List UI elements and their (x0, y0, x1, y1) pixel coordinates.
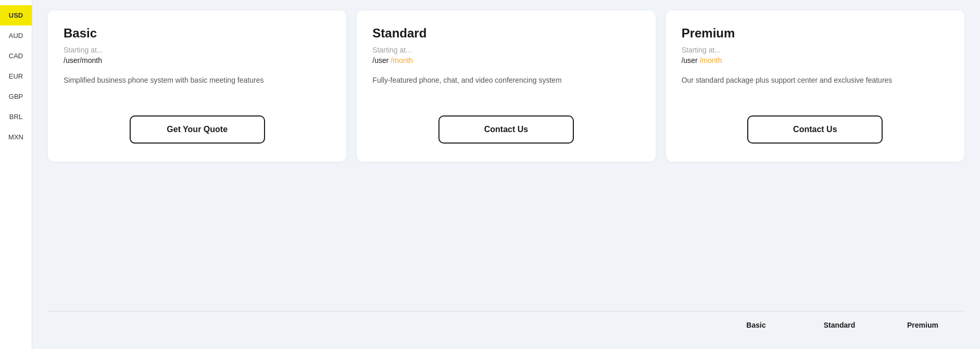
basic-plan-title: Basic (64, 26, 331, 41)
sidebar-item-mxn[interactable]: MXN (0, 127, 32, 147)
pricing-cards: Basic Starting at... /user/month Simplif… (48, 10, 964, 162)
standard-price-prefix: /user (372, 56, 391, 64)
premium-price-highlight: /month (700, 56, 722, 64)
basic-starting-label: Starting at... (64, 46, 331, 54)
bottom-col-standard: Standard (798, 317, 881, 333)
standard-price-highlight: /month (391, 56, 413, 64)
basic-get-quote-button[interactable]: Get Your Quote (130, 115, 265, 144)
standard-plan-card: Standard Starting at... /user /month Ful… (357, 10, 655, 162)
sidebar-item-cad[interactable]: CAD (0, 46, 32, 66)
premium-plan-title: Premium (682, 26, 949, 41)
basic-plan-card: Basic Starting at... /user/month Simplif… (48, 10, 346, 162)
currency-sidebar: USD AUD CAD EUR GBP BRL MXN (0, 0, 32, 349)
bottom-table-header: Basic Standard Premium (48, 311, 964, 339)
standard-price: /user /month (372, 56, 639, 64)
sidebar-item-usd[interactable]: USD (0, 5, 32, 25)
basic-price: /user/month (64, 56, 331, 64)
premium-starting-label: Starting at... (682, 46, 949, 54)
bottom-col-premium: Premium (881, 317, 964, 333)
standard-contact-button[interactable]: Contact Us (438, 115, 574, 144)
premium-description: Our standard package plus support center… (682, 75, 949, 101)
premium-price-prefix: /user (682, 56, 700, 64)
sidebar-item-eur[interactable]: EUR (0, 66, 32, 86)
main-content: Basic Starting at... /user/month Simplif… (32, 0, 980, 349)
standard-description: Fully-featured phone, chat, and video co… (372, 75, 639, 101)
sidebar-item-aud[interactable]: AUD (0, 25, 32, 46)
premium-price: /user /month (682, 56, 949, 64)
basic-price-text: /user/month (64, 56, 102, 64)
basic-description: Simplified business phone system with ba… (64, 75, 331, 101)
standard-plan-title: Standard (372, 26, 639, 41)
standard-starting-label: Starting at... (372, 46, 639, 54)
premium-contact-button[interactable]: Contact Us (747, 115, 883, 144)
sidebar-item-brl[interactable]: BRL (0, 107, 32, 127)
bottom-col-basic: Basic (714, 317, 798, 333)
sidebar-item-gbp[interactable]: GBP (0, 86, 32, 107)
premium-plan-card: Premium Starting at... /user /month Our … (666, 10, 964, 162)
